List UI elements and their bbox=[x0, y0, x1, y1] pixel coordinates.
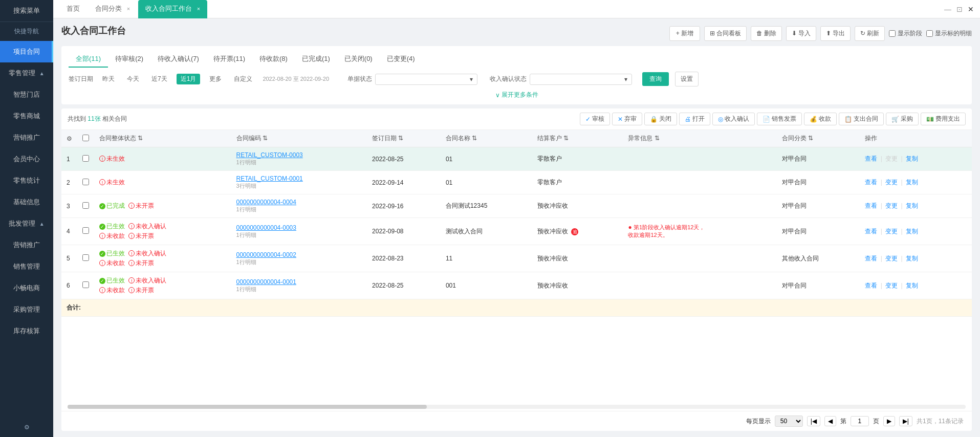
horizontal-scrollbar[interactable] bbox=[68, 405, 966, 409]
contract-code-link[interactable]: 0000000000004-0003 bbox=[236, 224, 296, 231]
payment-button[interactable]: 💰 收款 bbox=[804, 113, 837, 125]
col-name[interactable]: 合同名称 ⇅ bbox=[441, 130, 532, 147]
outbound-button[interactable]: 📋 支出合同 bbox=[839, 113, 884, 125]
confirm-button[interactable]: ◎ 收入确认 bbox=[712, 113, 755, 125]
sidebar-item-xiaoyi[interactable]: 小畅电商 bbox=[0, 277, 53, 299]
yesterday-btn[interactable]: 昨天 bbox=[99, 74, 118, 84]
close-button[interactable]: 🔒 关闭 bbox=[644, 113, 677, 125]
tab-contract-category[interactable]: 合同分类 × bbox=[88, 0, 137, 18]
new-button[interactable]: + 新增 bbox=[669, 26, 700, 41]
page-input[interactable] bbox=[851, 416, 869, 426]
change-btn[interactable]: 变更 bbox=[885, 255, 898, 262]
sidebar-item-smart-store[interactable]: 智慧门店 bbox=[0, 84, 53, 105]
change-btn[interactable]: 变更 bbox=[885, 179, 898, 186]
row-checkbox[interactable] bbox=[77, 147, 94, 171]
copy-btn[interactable]: 复制 bbox=[906, 282, 918, 289]
invoice-button[interactable]: 📄 销售发票 bbox=[757, 113, 802, 125]
income-status-select[interactable]: ▾ bbox=[530, 74, 632, 85]
sidebar-item-project[interactable]: 项目合同 bbox=[0, 41, 53, 62]
sidebar-item-member-center[interactable]: 会员中心 bbox=[0, 148, 53, 170]
col-customer[interactable]: 结算客户 ⇅ bbox=[532, 130, 623, 147]
contract-code-link[interactable]: RETAIL_CUSTOM-0001 bbox=[236, 175, 303, 182]
sidebar-settings-icon[interactable]: ⚙ bbox=[0, 418, 53, 437]
board-button[interactable]: ⊞ 合同看板 bbox=[704, 26, 747, 41]
page-size-select[interactable]: 50 20 100 bbox=[775, 416, 803, 427]
sidebar-item-purchase[interactable]: 采购管理 bbox=[0, 299, 53, 320]
col-category[interactable]: 合同分类 ⇅ bbox=[777, 130, 860, 147]
copy-btn[interactable]: 复制 bbox=[906, 202, 918, 209]
row-checkbox[interactable] bbox=[77, 171, 94, 194]
print-button[interactable]: 🖨 打开 bbox=[679, 113, 710, 125]
tab-income-workbench-close[interactable]: × bbox=[197, 6, 200, 12]
scrollbar-thumb[interactable] bbox=[68, 405, 427, 409]
status-tab-pending-review[interactable]: 待审核(2) bbox=[108, 51, 150, 68]
sidebar-item-sales-mgmt[interactable]: 销售管理 bbox=[0, 256, 53, 277]
col-status[interactable]: 合同整体状态 ⇅ bbox=[94, 130, 231, 147]
sidebar-search[interactable]: 搜索菜单 bbox=[0, 0, 53, 22]
sidebar-item-marketing1[interactable]: 营销推广 bbox=[0, 127, 53, 148]
sidebar-item-wholesale-mgmt[interactable]: 批发管理 ▲ bbox=[0, 213, 53, 234]
show-stages-checkbox-label[interactable]: 显示阶段 bbox=[889, 29, 922, 38]
row-checkbox[interactable] bbox=[77, 272, 94, 299]
view-btn[interactable]: 查看 bbox=[865, 282, 877, 289]
contract-code-link[interactable]: 0000000000004-0001 bbox=[236, 278, 296, 286]
query-button[interactable]: 查询 bbox=[642, 72, 669, 86]
col-checkbox[interactable] bbox=[77, 130, 94, 147]
view-btn[interactable]: 查看 bbox=[865, 255, 877, 262]
row-checkbox[interactable] bbox=[77, 218, 94, 245]
doc-status-select[interactable]: ▾ bbox=[375, 74, 477, 85]
contract-code-link[interactable]: 0000000000004-0004 bbox=[236, 199, 296, 206]
expense-button[interactable]: 💵 费用支出 bbox=[921, 113, 966, 125]
show-detail-checkbox[interactable] bbox=[926, 30, 933, 37]
copy-btn[interactable]: 复制 bbox=[906, 228, 918, 235]
last-page-btn[interactable]: ▶| bbox=[899, 416, 912, 426]
today-btn[interactable]: 今天 bbox=[124, 74, 142, 84]
last7-btn[interactable]: 近7天 bbox=[148, 74, 170, 84]
prev-page-btn[interactable]: ◀ bbox=[824, 416, 836, 426]
copy-btn[interactable]: 复制 bbox=[906, 255, 918, 262]
col-code[interactable]: 合同编码 ⇅ bbox=[231, 130, 367, 147]
table-scroll[interactable]: ⚙ 合同整体状态 ⇅ 合同编码 ⇅ 签订日期 ⇅ 合同名称 ⇅ 结算客户 ⇅ 异… bbox=[61, 130, 972, 405]
sidebar-item-inventory[interactable]: 库存核算 bbox=[0, 320, 53, 342]
show-stages-checkbox[interactable] bbox=[889, 30, 896, 37]
import-button[interactable]: ⬇ 导入 bbox=[786, 26, 816, 41]
abandon-button[interactable]: ✕ 弃审 bbox=[612, 113, 642, 125]
delete-button[interactable]: 🗑 删除 bbox=[751, 26, 782, 41]
more-btn[interactable]: 更多 bbox=[206, 74, 225, 84]
tab-contract-category-close[interactable]: × bbox=[127, 6, 130, 12]
copy-btn[interactable]: 复制 bbox=[906, 155, 918, 162]
custom-btn[interactable]: 自定义 bbox=[231, 74, 255, 84]
expand-more-btn[interactable]: ∨ 展开更多条件 bbox=[495, 91, 538, 99]
select-all-checkbox[interactable] bbox=[82, 135, 89, 141]
contract-code-link[interactable]: RETAIL_CUSTOM-0003 bbox=[236, 151, 303, 159]
row-checkbox[interactable] bbox=[77, 194, 94, 218]
purchase-button[interactable]: 🛒 采购 bbox=[886, 113, 919, 125]
row-checkbox[interactable] bbox=[77, 245, 94, 272]
view-btn[interactable]: 查看 bbox=[865, 228, 877, 235]
next-page-btn[interactable]: ▶ bbox=[883, 416, 895, 426]
status-tab-completed[interactable]: 已完成(1) bbox=[295, 51, 337, 68]
sidebar-item-retail-mall[interactable]: 零售商城 bbox=[0, 105, 53, 127]
col-abnormal[interactable]: 异常信息 ⇅ bbox=[623, 130, 776, 147]
sidebar-item-basic-info[interactable]: 基础信息 bbox=[0, 191, 53, 213]
status-tab-pending-confirm[interactable]: 待收入确认(7) bbox=[150, 51, 206, 68]
review-button[interactable]: ✓ 审核 bbox=[580, 113, 610, 125]
maximize-icon[interactable]: ⊡ bbox=[956, 5, 963, 13]
status-tab-pending-invoice[interactable]: 待开票(11) bbox=[206, 51, 252, 68]
sidebar-item-retail-stats[interactable]: 零售统计 bbox=[0, 170, 53, 191]
tab-home[interactable]: 首页 bbox=[59, 0, 87, 18]
view-btn[interactable]: 查看 bbox=[865, 155, 877, 162]
last1m-btn[interactable]: 近1月 bbox=[177, 74, 201, 84]
change-btn[interactable]: 变更 bbox=[885, 228, 898, 235]
contract-code-link[interactable]: 0000000000004-0002 bbox=[236, 251, 296, 258]
first-page-btn[interactable]: |◀ bbox=[807, 416, 820, 426]
status-tab-all[interactable]: 全部(11) bbox=[69, 51, 108, 68]
change-btn[interactable]: 变更 bbox=[885, 282, 898, 289]
minimize-icon[interactable]: — bbox=[944, 5, 951, 13]
export-button[interactable]: ⬆ 导出 bbox=[820, 26, 851, 41]
col-settings[interactable]: ⚙ bbox=[61, 130, 77, 147]
view-btn[interactable]: 查看 bbox=[865, 179, 877, 186]
refresh-button[interactable]: ↻ 刷新 bbox=[855, 26, 885, 41]
sidebar-item-marketing2[interactable]: 营销推广 bbox=[0, 234, 53, 256]
status-tab-changed[interactable]: 已变更(4) bbox=[380, 51, 422, 68]
